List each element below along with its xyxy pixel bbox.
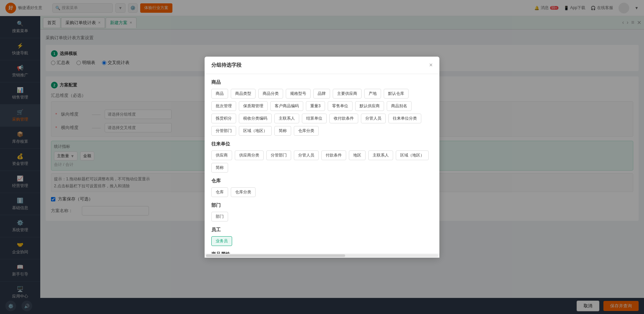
chip-settlement-unit[interactable]: 结算单位 bbox=[302, 114, 327, 123]
section-title-employee: 员工 bbox=[211, 227, 433, 233]
chip-product-alias[interactable]: 商品别名 bbox=[387, 101, 412, 111]
hscroll-track bbox=[206, 254, 438, 257]
chip-department[interactable]: 部门 bbox=[211, 212, 228, 222]
employee-chips: 业务员 bbox=[211, 236, 433, 246]
section-title-product-attr: 商品属性 bbox=[211, 251, 433, 254]
chip-wh-category[interactable]: 仓库分类 bbox=[294, 126, 319, 136]
product-chips: 商品 商品类型 商品分类 规格型号 品牌 主要供应商 产地 默认仓库 批次管理 … bbox=[211, 89, 433, 136]
chip-pick-points[interactable]: 拣货积分 bbox=[211, 114, 236, 123]
modal-body: 商品 商品 商品类型 商品分类 规格型号 品牌 主要供应商 产地 默认仓库 批次… bbox=[205, 74, 439, 254]
chip-batch-mgmt[interactable]: 批次管理 bbox=[211, 101, 236, 111]
chip-customer-code[interactable]: 客户商品编码 bbox=[270, 101, 303, 111]
section-title-department: 部门 bbox=[211, 202, 433, 208]
partner-chips: 供应商 供应商分类 分管部门 分管人员 付款条件 地区 主联系人 区域（地区） … bbox=[211, 150, 433, 173]
chip-default-warehouse[interactable]: 默认仓库 bbox=[384, 89, 409, 99]
modal-horizontal-scrollbar[interactable] bbox=[205, 254, 439, 258]
chip-partner-region[interactable]: 区域（地区） bbox=[396, 150, 429, 160]
chip-product-type[interactable]: 商品类型 bbox=[231, 89, 256, 99]
chip-supplier[interactable]: 供应商 bbox=[211, 150, 232, 160]
chip-warehouse-cat[interactable]: 仓库分类 bbox=[231, 187, 256, 197]
chip-salesperson[interactable]: 业务员 bbox=[211, 236, 232, 246]
modal-title: 分组待选字段 bbox=[211, 62, 241, 68]
section-title-product: 商品 bbox=[211, 79, 433, 85]
modal-dialog: 分组待选字段 × 商品 商品 商品类型 商品分类 规格型号 品牌 主要供应商 产… bbox=[205, 57, 439, 258]
chip-abbr[interactable]: 简称 bbox=[274, 126, 291, 136]
chip-dept[interactable]: 分管部门 bbox=[211, 126, 236, 136]
chip-origin[interactable]: 产地 bbox=[364, 89, 381, 99]
chip-spec[interactable]: 规格型号 bbox=[286, 89, 311, 99]
chip-product-category[interactable]: 商品分类 bbox=[258, 89, 283, 99]
chip-region[interactable]: 区域（地区） bbox=[239, 126, 272, 136]
department-chips: 部门 bbox=[211, 212, 433, 222]
chip-partner-abbr[interactable]: 简称 bbox=[211, 163, 228, 173]
chip-product[interactable]: 商品 bbox=[211, 89, 228, 99]
section-title-warehouse: 仓库 bbox=[211, 178, 433, 184]
chip-main-supplier[interactable]: 主要供应商 bbox=[333, 89, 362, 99]
chip-payment-terms[interactable]: 收付款条件 bbox=[329, 114, 358, 123]
chip-weight[interactable]: 重量3 bbox=[306, 101, 325, 111]
modal-close-btn[interactable]: × bbox=[429, 62, 433, 68]
modal-header: 分组待选字段 × bbox=[205, 57, 439, 74]
chip-partner-manager[interactable]: 分管人员 bbox=[294, 150, 319, 160]
chip-supplier-category[interactable]: 供应商分类 bbox=[235, 150, 264, 160]
modal-overlay: 分组待选字段 × 商品 商品 商品类型 商品分类 规格型号 品牌 主要供应商 产… bbox=[0, 0, 644, 314]
chip-partner-dept[interactable]: 分管部门 bbox=[266, 150, 291, 160]
chip-default-supplier[interactable]: 默认供应商 bbox=[355, 101, 384, 111]
chip-partner-category[interactable]: 往来单位分类 bbox=[388, 114, 421, 123]
chip-brand[interactable]: 品牌 bbox=[313, 89, 330, 99]
chip-partner-contact[interactable]: 主联系人 bbox=[368, 150, 393, 160]
chip-retail-unit[interactable]: 零售单位 bbox=[328, 101, 353, 111]
chip-main-contact[interactable]: 主联系人 bbox=[274, 114, 299, 123]
chip-quality-mgmt[interactable]: 保质期管理 bbox=[239, 101, 268, 111]
chip-tax-code[interactable]: 税收分类编码 bbox=[239, 114, 272, 123]
chip-manager[interactable]: 分管人员 bbox=[361, 114, 386, 123]
chip-payment-cond[interactable]: 付款条件 bbox=[321, 150, 346, 160]
hscroll-thumb bbox=[206, 254, 345, 257]
chip-warehouse[interactable]: 仓库 bbox=[211, 187, 228, 197]
warehouse-chips: 仓库 仓库分类 bbox=[211, 187, 433, 197]
section-title-partner: 往来单位 bbox=[211, 141, 433, 147]
chip-area[interactable]: 地区 bbox=[349, 150, 366, 160]
